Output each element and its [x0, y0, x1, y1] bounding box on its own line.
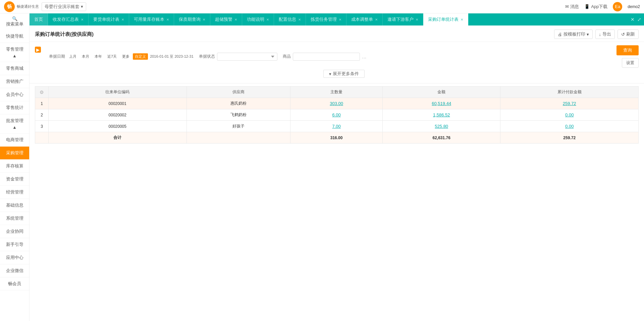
date-more-btn[interactable]: 更多	[120, 53, 131, 60]
sidebar-item-system[interactable]: 系统管理	[0, 212, 29, 225]
sidebar-item-wholesale[interactable]: 批发管理 ▲	[0, 114, 29, 133]
footer-paid: 259.72	[500, 132, 639, 144]
table-row[interactable]: 3 00020005 好孩子 7.00 525.80 0.00	[35, 121, 639, 132]
tab-close-icon[interactable]: ✕	[203, 18, 205, 21]
tab-cost-adjust[interactable]: 成本调整单 ✕	[346, 13, 383, 25]
cell-amount: 525.80	[382, 121, 500, 132]
cell-qty: 6.00	[290, 109, 383, 121]
tab-collect-pay[interactable]: 收发存汇总表 ✕	[48, 13, 89, 25]
tab-expiry-query[interactable]: 保质期查询 ✕	[174, 13, 210, 25]
top-bar-left: 畅 畅捷通好生意 母婴行业演示账套 ▾	[4, 1, 86, 12]
content-area: 首页 收发存汇总表 ✕ 要货单统计表 ✕ 可用量库存账本 ✕ 保质期查询 ✕ 超…	[30, 13, 644, 321]
th-supplier: 供应商	[186, 87, 290, 98]
username: demo2	[628, 4, 640, 9]
sidebar-item-purchase[interactable]: 采购管理	[0, 147, 29, 160]
goods-input[interactable]	[293, 53, 360, 61]
th-code: 往来单位编码	[49, 87, 187, 98]
date-7days-btn[interactable]: 近7天	[105, 53, 119, 60]
action-buttons: 查询 设置	[616, 45, 639, 68]
user-avatar[interactable]: Ea	[613, 2, 622, 11]
settings-button[interactable]: 设置	[622, 58, 639, 68]
sidebar-item-ecommerce[interactable]: 电商管理	[0, 133, 29, 147]
table-row[interactable]: 1 00020001 惠氏奶粉 303.00 60,519.44 259.72	[35, 98, 639, 109]
tab-close-icon[interactable]: ✕	[166, 18, 169, 21]
sidebar-item-app-center[interactable]: 应用中心	[0, 251, 29, 264]
tab-close-icon[interactable]: ✕	[416, 18, 418, 21]
export-icon: ↓	[599, 32, 601, 37]
logo-area: 畅 畅捷通好生意	[4, 1, 39, 12]
tab-func-label: 功能说明	[247, 16, 264, 22]
tab-config-info[interactable]: 配置信息 ✕	[274, 13, 306, 25]
template-print-label: 按模板打印	[564, 31, 585, 37]
gear-icon[interactable]: ⚙	[40, 90, 44, 95]
sidebar-item-retail-stat[interactable]: 零售统计	[0, 101, 29, 114]
status-select[interactable]	[217, 53, 277, 61]
sidebar-item-operation[interactable]: 经营管理	[0, 186, 29, 199]
sidebar-item-marketing[interactable]: 营销推广	[0, 75, 29, 88]
tab-close-icon[interactable]: ✕	[121, 18, 124, 21]
enterprise-label: 企业协同	[6, 228, 23, 234]
inventory-label: 库存核算	[6, 163, 23, 169]
logo-text: 畅捷通好生意	[17, 4, 39, 9]
table-footer-row: 合计 316.00 62,631.76 259.72	[35, 132, 639, 144]
tab-overstock-label: 超储预警	[215, 16, 232, 22]
sidebar-item-wechat[interactable]: 企业微信	[0, 264, 29, 277]
date-this-month-btn[interactable]: 本月	[80, 53, 91, 60]
tab-close-icon[interactable]: ✕	[266, 18, 269, 21]
goods-filter-group: 商品 …	[283, 53, 367, 61]
tab-purchase-stat[interactable]: 采购订单统计表 ✕	[423, 13, 468, 25]
message-action[interactable]: ✉ 消息	[565, 4, 579, 10]
date-custom-btn[interactable]: 自定义	[133, 53, 148, 60]
sidebar-item-finance[interactable]: 资金管理	[0, 173, 29, 186]
chevron-down-icon: ▾	[81, 4, 83, 9]
page-title: 采购订单统计表(按供应商)	[35, 31, 94, 38]
template-print-button[interactable]: 🖨 按模板打印 ▾	[554, 30, 593, 39]
export-button[interactable]: ↓ 导出	[595, 30, 615, 39]
sidebar-item-enterprise[interactable]: 企业协同	[0, 225, 29, 238]
date-this-year-btn[interactable]: 本年	[93, 53, 104, 60]
tab-close-active-icon[interactable]: ✕	[461, 18, 463, 21]
expand-more-btn[interactable]: ▾ 展开更多条件	[323, 70, 365, 78]
sidebar-item-member[interactable]: 会员中心	[0, 88, 29, 101]
sidebar-item-search[interactable]: 🔍 搜索菜单	[0, 13, 29, 30]
page-content: 采购订单统计表(按供应商) 🖨 按模板打印 ▾ ↓ 导出 ↺	[30, 25, 644, 321]
tab-overstock[interactable]: 超储预警 ✕	[210, 13, 242, 25]
tab-available-stock[interactable]: 可用量库存账本 ✕	[129, 13, 174, 25]
refresh-button[interactable]: ↺ 刷新	[618, 30, 639, 39]
table-row[interactable]: 2 00020002 飞鹤奶粉 6.00 1,586.52 0.00	[35, 109, 639, 121]
export-label: 导出	[602, 31, 611, 37]
data-table: ⚙ 往来单位编码 供应商 主数量 金额 累计付款金额 1 00020001	[35, 86, 639, 144]
close-tab-btn[interactable]: ✕	[631, 17, 635, 22]
sidebar-item-basic[interactable]: 基础信息	[0, 199, 29, 212]
tab-close-icon[interactable]: ✕	[234, 18, 237, 21]
th-paid: 累计付款金额	[500, 87, 639, 98]
top-bar: 畅 畅捷通好生意 母婴行业演示账套 ▾ ✉ 消息 📱 App下载 Ea demo…	[0, 0, 644, 13]
filter-toggle-btn[interactable]: ▶	[35, 47, 41, 53]
tab-home[interactable]: 首页	[30, 13, 48, 25]
wholesale-label: 批发管理	[6, 118, 23, 124]
tab-invite-customer[interactable]: 邀请下游客户 ✕	[383, 13, 423, 25]
tab-pick-task[interactable]: 拣货任务管理 ✕	[306, 13, 346, 25]
tab-close-icon[interactable]: ✕	[375, 18, 378, 21]
tab-func-desc[interactable]: 功能说明 ✕	[242, 13, 274, 25]
sidebar-item-inventory[interactable]: 库存核算	[0, 160, 29, 173]
tab-goods-stat[interactable]: 要货单统计表 ✕	[89, 13, 129, 25]
tab-close-icon[interactable]: ✕	[339, 18, 341, 21]
workspace-selector[interactable]: 母婴行业演示账套 ▾	[42, 2, 86, 11]
tab-pick-label: 拣货任务管理	[311, 16, 337, 22]
date-last-month-btn[interactable]: 上月	[67, 53, 78, 60]
print-icon: 🖨	[558, 32, 562, 37]
app-download-action[interactable]: 📱 App下载	[584, 4, 607, 10]
maximize-tab-btn[interactable]: ⤢	[637, 17, 641, 22]
tab-close-icon[interactable]: ✕	[81, 18, 84, 21]
vip-label: 畅会员	[8, 281, 21, 287]
goods-filter-label: 商品	[283, 54, 291, 59]
sidebar-item-retail[interactable]: 零售管理 ▲	[0, 43, 29, 62]
tab-close-icon[interactable]: ✕	[298, 18, 301, 21]
sidebar-item-guide[interactable]: 新手引导	[0, 238, 29, 251]
sidebar-item-quick-nav[interactable]: 快捷导航	[0, 30, 29, 43]
sidebar-item-retail-shop[interactable]: 零售商城	[0, 62, 29, 75]
sidebar-item-vip[interactable]: 畅会员	[0, 277, 29, 290]
goods-more-icon[interactable]: …	[362, 54, 367, 59]
search-button[interactable]: 查询	[616, 45, 639, 55]
